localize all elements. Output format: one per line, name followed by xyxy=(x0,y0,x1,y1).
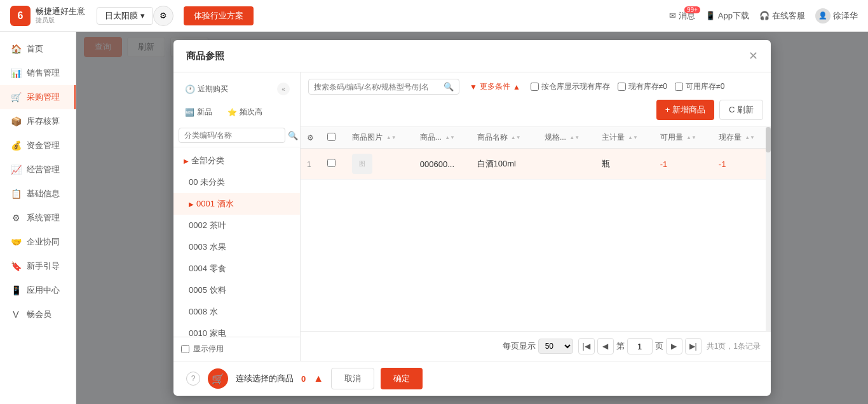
help-icon-button[interactable]: ? xyxy=(186,372,200,386)
next-page-button[interactable]: ▶ xyxy=(666,338,682,354)
user-profile-button[interactable]: 👤 徐泽华 xyxy=(815,8,858,24)
sidebar-item-purchase[interactable]: 🛒 采购管理 xyxy=(0,85,76,109)
sidebar-item-finance[interactable]: 💰 资金管理 xyxy=(0,133,76,158)
table-row[interactable]: 1 图 000600... 白酒100ml 瓶 xyxy=(301,149,771,180)
apps-icon: 📱 xyxy=(10,285,22,296)
product-search-input[interactable] xyxy=(314,83,441,91)
th-settings[interactable]: ⚙ xyxy=(301,127,321,149)
new-products-tab[interactable]: 🆕 新品 xyxy=(179,103,219,121)
th-spec[interactable]: 规格... ▲▼ xyxy=(538,127,595,149)
sidebar-label-finance: 资金管理 xyxy=(27,140,60,151)
app-download-button[interactable]: 📱 App下载 xyxy=(705,10,749,22)
arrow-icon: ▶ xyxy=(184,158,189,165)
sidebar-label-operations: 经营管理 xyxy=(27,164,60,175)
messages-button[interactable]: ✉ 消息 99+ xyxy=(669,10,695,22)
sidebar-item-system[interactable]: ⚙ 系统管理 xyxy=(0,206,76,230)
search-icon[interactable]: 🔍 xyxy=(444,82,454,91)
category-fruit[interactable]: 0003 水果 xyxy=(173,236,300,258)
category-tea[interactable]: 0002 茶叶 xyxy=(173,215,300,236)
filter-icon: ▼ xyxy=(470,83,477,91)
sidebar-item-basic-info[interactable]: 📋 基础信息 xyxy=(0,182,76,206)
cancel-button[interactable]: 取消 xyxy=(331,368,374,389)
row-checkbox[interactable] xyxy=(327,159,336,167)
recent-purchase-label: 近期购买 xyxy=(198,84,228,95)
last-page-button[interactable]: ▶| xyxy=(685,338,702,354)
company-selector[interactable]: 日太阳膜 ▾ xyxy=(97,7,153,25)
warehouse-stock-checkbox-label[interactable]: 按仓库显示现有库存 xyxy=(531,81,610,92)
inventory-icon: 📦 xyxy=(10,116,22,127)
per-page-select[interactable]: 50 10 20 100 xyxy=(538,339,573,354)
th-image[interactable]: 商品图片 ▲▼ xyxy=(346,127,413,149)
category-water-label: 0008 水 xyxy=(189,306,218,318)
category-snack[interactable]: 0004 零食 xyxy=(173,258,300,279)
cart-icon-button[interactable]: 🛒 xyxy=(208,368,228,389)
category-all[interactable]: ▶ 全部分类 xyxy=(173,150,300,172)
message-icon: ✉ xyxy=(669,11,676,20)
customer-service-button[interactable]: 🎧 在线客服 xyxy=(759,10,805,22)
page-number-input[interactable] xyxy=(627,338,653,354)
sidebar-label-inventory: 库存核算 xyxy=(27,116,60,127)
th-name[interactable]: 商品名称 ▲▼ xyxy=(471,127,538,149)
cart-count: 0 xyxy=(301,374,306,384)
cart-collapse-button[interactable]: ▲ xyxy=(313,373,323,384)
available-stock-checkbox[interactable] xyxy=(675,83,683,91)
current-stock-checkbox[interactable] xyxy=(618,83,626,91)
right-panel: 🔍 ▼ 更多条件 ▲ 按仓库显示现有库存 xyxy=(301,72,771,361)
sidebar: 🏠 首页 📊 销售管理 🛒 采购管理 📦 库存核算 💰 资金管理 📈 经营管理 … xyxy=(0,32,76,404)
sidebar-item-operations[interactable]: 📈 经营管理 xyxy=(0,158,76,182)
category-list: ▶ 全部分类 00 未分类 ▶ 0001 酒水 0002 茶 xyxy=(173,147,300,337)
sidebar-item-inventory[interactable]: 📦 库存核算 xyxy=(0,109,76,133)
first-page-button[interactable]: |◀ xyxy=(578,338,595,354)
sidebar-item-guide[interactable]: 🔖 新手引导 xyxy=(0,254,76,278)
prev-page-button[interactable]: ◀ xyxy=(597,338,614,354)
arrow-icon-liquor: ▶ xyxy=(189,201,194,208)
th-unit[interactable]: 主计量 ▲▼ xyxy=(595,127,654,149)
th-available[interactable]: 可用量 ▲▼ xyxy=(654,127,712,149)
sidebar-item-apps[interactable]: 📱 应用中心 xyxy=(0,278,76,302)
category-search-button[interactable]: 🔍 xyxy=(288,128,298,143)
cell-checkbox[interactable] xyxy=(321,149,346,180)
select-all-checkbox[interactable] xyxy=(327,133,336,141)
current-stock-checkbox-label[interactable]: 现有库存≠0 xyxy=(618,81,667,92)
logo-area: 6 畅捷通好生意 捷员版 xyxy=(10,6,86,26)
more-filter-button[interactable]: ▼ 更多条件 ▲ xyxy=(465,79,526,95)
refresh-button[interactable]: C 刷新 xyxy=(719,100,763,120)
scrollbar[interactable] xyxy=(766,127,771,331)
th-stock[interactable]: 现存量 ▲▼ xyxy=(712,127,771,149)
category-liquor-label: 0001 酒水 xyxy=(196,198,234,210)
collapse-panel-button[interactable]: « xyxy=(277,83,290,95)
logo-sub: 捷员版 xyxy=(36,16,85,25)
show-disabled-checkbox[interactable] xyxy=(181,345,189,353)
th-code[interactable]: 商品... ▲▼ xyxy=(414,127,471,149)
recent-purchase-tab[interactable]: 🕐 近期购买 xyxy=(179,80,234,98)
clock-icon: 🕐 xyxy=(185,84,195,94)
th-checkbox[interactable] xyxy=(321,127,346,149)
sidebar-item-sales[interactable]: 📊 销售管理 xyxy=(0,61,76,85)
toolbar-right: + 新增商品 C 刷新 xyxy=(656,100,763,120)
settings-button[interactable]: ⚙ xyxy=(153,6,173,26)
frequent-tab[interactable]: ⭐ 频次高 xyxy=(221,103,269,121)
experience-button[interactable]: 体验行业方案 xyxy=(184,6,254,25)
modal-close-button[interactable]: ✕ xyxy=(749,49,758,63)
filter-checkboxes: 按仓库显示现有库存 现有库存≠0 可用库存≠0 xyxy=(531,81,725,92)
add-product-button[interactable]: + 新增商品 xyxy=(656,100,714,120)
warehouse-stock-checkbox[interactable] xyxy=(531,83,539,91)
sidebar-item-home[interactable]: 🏠 首页 xyxy=(0,37,76,61)
category-water[interactable]: 0008 水 xyxy=(173,301,300,323)
user-name: 徐泽华 xyxy=(833,10,858,22)
category-search-input[interactable] xyxy=(179,128,285,143)
category-uncategorized[interactable]: 00 未分类 xyxy=(173,172,300,193)
scroll-thumb[interactable] xyxy=(766,127,771,152)
category-all-label: 全部分类 xyxy=(191,155,224,166)
sort-icon-stock: ▲▼ xyxy=(745,135,755,140)
sidebar-item-enterprise[interactable]: 🤝 企业协同 xyxy=(0,230,76,254)
sort-icon-available: ▲▼ xyxy=(686,135,696,140)
sidebar-item-members[interactable]: V 畅会员 xyxy=(0,302,76,327)
modal-title: 商品参照 xyxy=(186,50,224,62)
category-liquor[interactable]: ▶ 0001 酒水 xyxy=(173,193,300,215)
sidebar-label-sales: 销售管理 xyxy=(27,67,60,79)
category-beverage[interactable]: 0005 饮料 xyxy=(173,279,300,301)
confirm-button[interactable]: 确定 xyxy=(381,368,423,389)
available-stock-checkbox-label[interactable]: 可用库存≠0 xyxy=(675,81,724,92)
category-appliance[interactable]: 0010 家电 xyxy=(173,323,300,337)
